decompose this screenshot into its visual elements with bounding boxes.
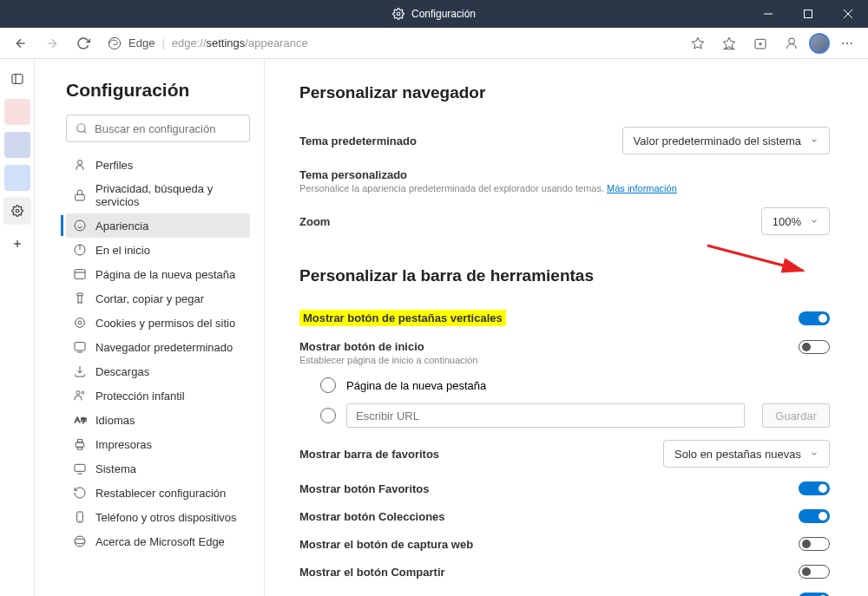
- svg-rect-26: [76, 194, 85, 200]
- sidebar-item[interactable]: Cortar, copiar y pegar: [66, 286, 250, 311]
- sidebar-item[interactable]: Perfiles: [66, 153, 250, 177]
- vertical-tabs-label: Mostrar botón de pestañas verticales: [299, 310, 506, 326]
- forward-button[interactable]: [38, 29, 66, 57]
- favorites-btn-toggle[interactable]: [799, 481, 830, 495]
- sidebar-item[interactable]: Restablecer configuración: [66, 481, 250, 505]
- svg-marker-9: [723, 37, 734, 49]
- sidebar-item[interactable]: Apariencia: [66, 213, 250, 238]
- svg-rect-43: [77, 447, 82, 449]
- tab-favicon[interactable]: [4, 99, 30, 125]
- nav-icon: A字: [73, 413, 87, 427]
- new-tab-button[interactable]: [4, 231, 30, 257]
- nav-icon: [73, 437, 87, 451]
- svg-point-25: [77, 160, 82, 165]
- nav-icon: [73, 243, 87, 257]
- address-bar[interactable]: Edge | edge://settings/appearance: [101, 31, 681, 56]
- svg-text:字: 字: [81, 417, 87, 423]
- feedback-btn-toggle[interactable]: [799, 593, 830, 596]
- search-icon: [76, 122, 88, 134]
- avatar[interactable]: [809, 33, 830, 54]
- titlebar: Configuración: [0, 0, 868, 28]
- radio-custom-url[interactable]: [320, 408, 336, 423]
- svg-rect-35: [75, 343, 85, 350]
- browser-toolbar: Edge | edge://settings/appearance: [0, 28, 868, 59]
- sidebar-item[interactable]: Teléfono y otros dispositivos: [66, 505, 250, 529]
- default-theme-label: Tema predeterminado: [299, 134, 417, 147]
- maximize-button[interactable]: [788, 0, 828, 28]
- sidebar-item[interactable]: A字Idiomas: [66, 408, 250, 432]
- homepage-url-input[interactable]: [346, 403, 745, 428]
- svg-marker-8: [692, 37, 703, 49]
- sidebar-item[interactable]: Acerca de Microsoft Edge: [66, 529, 250, 553]
- sidebar-item[interactable]: Sistema: [66, 456, 250, 481]
- svg-rect-42: [77, 440, 82, 442]
- sidebar-item[interactable]: Cookies y permisos del sitio: [66, 311, 250, 335]
- favorites-button[interactable]: [715, 29, 743, 57]
- minimize-button[interactable]: [748, 0, 788, 28]
- sidebar-item[interactable]: En el inicio: [66, 238, 250, 262]
- sidebar-item[interactable]: Navegador predeterminado: [66, 335, 250, 359]
- feedback-button[interactable]: [778, 29, 806, 57]
- svg-rect-18: [12, 75, 23, 84]
- section-title: Personalizar navegador: [299, 83, 830, 102]
- sidebar-item[interactable]: Página de la nueva pestaña: [66, 262, 250, 286]
- default-theme-dropdown[interactable]: Valor predeterminado del sistema: [622, 127, 830, 154]
- svg-point-15: [842, 43, 844, 44]
- page-title: Configuración: [66, 80, 250, 101]
- edge-logo-icon: [108, 36, 122, 50]
- sidebar-item[interactable]: Privacidad, búsqueda y servicios: [66, 177, 250, 213]
- nav-icon: [73, 389, 87, 403]
- refresh-button[interactable]: [69, 29, 97, 57]
- collections-btn-toggle[interactable]: [799, 509, 830, 523]
- sidebar-item[interactable]: Impresoras: [66, 432, 250, 456]
- vertical-tabs-toggle[interactable]: [799, 311, 830, 325]
- close-button[interactable]: [828, 0, 868, 28]
- nav-icon: [73, 267, 87, 281]
- svg-point-48: [75, 536, 85, 547]
- settings-sidebar: Configuración PerfilesPrivacidad, búsque…: [35, 59, 265, 596]
- chevron-down-icon: [810, 217, 819, 226]
- sidebar-item[interactable]: Protección infantil: [66, 383, 250, 408]
- search-input[interactable]: [66, 115, 250, 142]
- back-button[interactable]: [7, 29, 35, 57]
- svg-rect-44: [75, 464, 85, 471]
- nav-icon: [73, 462, 87, 475]
- favorites-bar-label: Mostrar barra de favoritos: [299, 448, 439, 461]
- svg-point-7: [108, 37, 120, 49]
- favorite-star-icon[interactable]: [684, 29, 712, 57]
- chevron-down-icon: [810, 449, 819, 458]
- menu-button[interactable]: [833, 29, 861, 57]
- svg-point-20: [16, 209, 19, 213]
- tab-settings[interactable]: [4, 198, 30, 224]
- svg-point-23: [77, 124, 85, 132]
- url-text: edge://settings/appearance: [172, 36, 308, 49]
- collections-button[interactable]: [746, 29, 774, 57]
- svg-point-34: [78, 321, 82, 324]
- favorites-bar-dropdown[interactable]: Solo en pestañas nuevas: [663, 440, 830, 468]
- chevron-down-icon: [810, 136, 819, 145]
- radio-new-tab-page[interactable]: [320, 377, 336, 393]
- capture-btn-toggle[interactable]: [799, 537, 830, 551]
- save-button[interactable]: Guardar: [762, 403, 830, 428]
- share-btn-toggle[interactable]: [799, 565, 830, 579]
- titlebar-title: Configuración: [411, 8, 476, 20]
- tab-favicon[interactable]: [4, 165, 30, 191]
- svg-rect-30: [75, 270, 85, 279]
- home-button-label: Mostrar botón de inicio: [299, 340, 477, 353]
- zoom-dropdown[interactable]: 100%: [761, 207, 830, 235]
- nav-icon: [73, 158, 87, 172]
- svg-line-24: [84, 131, 87, 134]
- svg-point-27: [75, 220, 85, 231]
- vertical-tabs-toggle-icon[interactable]: [4, 66, 30, 92]
- svg-point-37: [76, 391, 80, 395]
- more-info-link[interactable]: Más información: [607, 183, 677, 193]
- section-title: Personalizar la barra de herramientas: [299, 266, 830, 285]
- nav-icon: [73, 340, 87, 354]
- tab-favicon[interactable]: [4, 132, 30, 158]
- nav-icon: [73, 364, 87, 378]
- home-button-toggle[interactable]: [799, 340, 830, 354]
- custom-theme-label: Tema personalizado: [299, 168, 830, 181]
- profile-label: Edge: [128, 36, 155, 49]
- sidebar-item[interactable]: Descargas: [66, 359, 250, 383]
- svg-point-33: [76, 318, 85, 328]
